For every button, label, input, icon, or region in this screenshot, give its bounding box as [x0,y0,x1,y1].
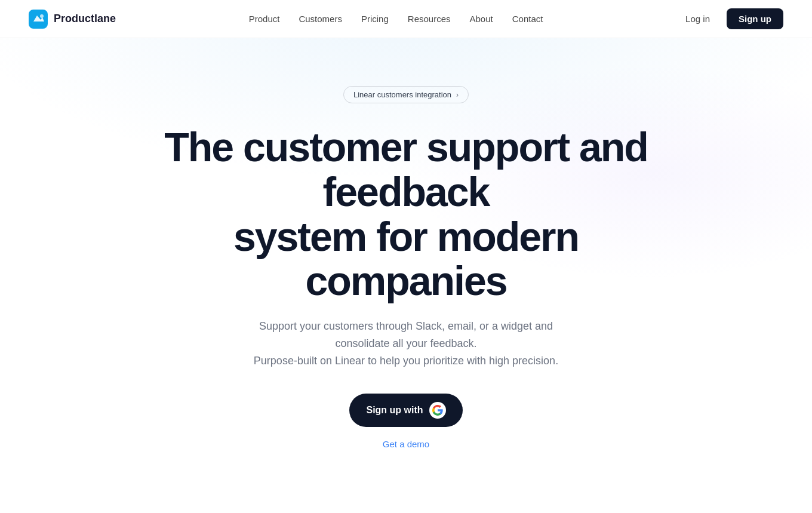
nav-resources[interactable]: Resources [408,14,451,24]
tab-slack-inbox[interactable]: Slack connect inbox [109,509,233,513]
hero-subtitle: Support your customers through Slack, em… [239,318,573,369]
svg-point-1 [40,14,44,18]
feature-tabs: Slack connect inbox Shared email Public … [0,509,812,513]
logo-text: Productlane [54,13,116,25]
signup-button[interactable]: Sign up [727,8,783,29]
tab-call-recorder[interactable]: Call recorder [605,509,702,513]
tab-shared-email[interactable]: Shared email [233,509,331,513]
nav-about[interactable]: About [470,14,493,24]
cta-label-text: Sign up with [366,405,423,416]
nav-links: Product Customers Pricing Resources Abou… [249,14,543,24]
tab-widget[interactable]: Widget [531,509,606,513]
login-button[interactable]: Log in [676,9,719,29]
tab-changelog[interactable]: Changelog [441,509,531,513]
nav-product[interactable]: Product [249,14,280,24]
hero-badge[interactable]: Linear customers integration › [343,86,469,103]
nav-actions: Log in Sign up [676,8,783,29]
nav-contact[interactable]: Contact [512,14,543,24]
tab-public-roadmap[interactable]: Public Roadmap [331,509,441,513]
hero-badge-text: Linear customers integration [353,90,451,99]
nav-customers[interactable]: Customers [299,14,342,24]
navbar: Productlane Product Customers Pricing Re… [0,0,812,38]
hero-title: The customer support and feedback system… [137,125,675,303]
hero-section: Linear customers integration › The custo… [0,38,812,485]
nav-pricing[interactable]: Pricing [361,14,389,24]
signup-cta-button[interactable]: Sign up with [349,394,462,427]
google-icon [429,402,446,419]
chevron-right-icon: › [456,91,459,99]
get-demo-link[interactable]: Get a demo [383,439,429,449]
logo[interactable]: Productlane [29,10,116,29]
